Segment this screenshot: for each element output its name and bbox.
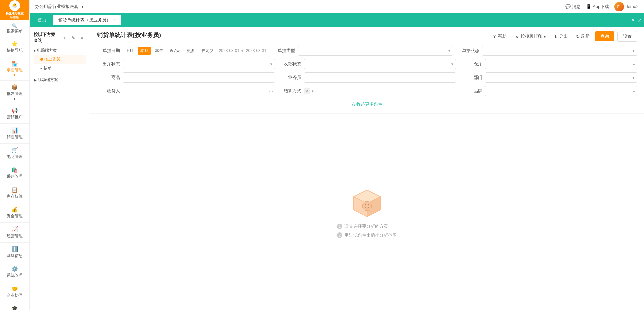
message-btn[interactable]: 💬 消息	[565, 4, 581, 10]
stock-status-select[interactable]	[123, 59, 275, 69]
sidebar-item-sales[interactable]: 📊 销售管理	[0, 124, 30, 144]
finance-label: 资金管理	[7, 213, 23, 219]
inventory-label: 库存核算	[7, 194, 23, 199]
hint1-text: 请先选择要分析的方案	[344, 223, 388, 229]
newbie-icon: 🎓	[11, 305, 18, 310]
left-panel: 按以下方案查询 + ✎ « ▾	[30, 27, 90, 310]
warehouse-control: ···	[485, 59, 637, 69]
date-btn-custom[interactable]: 自定义	[199, 47, 216, 55]
sidebar-item-purchase[interactable]: 🛍️ 采购管理	[0, 163, 30, 183]
tab-home[interactable]: 首页	[32, 15, 52, 25]
empty-hint-2: 2 用过滤条件来缩小分析范围	[337, 232, 397, 238]
brand-input[interactable]	[485, 86, 637, 96]
settings-label: 设置	[623, 33, 632, 39]
sidebar-item-wholesale[interactable]: 📦 批发管理 ▴	[0, 81, 30, 104]
purchase-icon: 🛍️	[11, 167, 18, 173]
tab-active-label: 销货单统计表（按业务员）	[58, 17, 111, 23]
collapse-panel-btn[interactable]: «	[78, 34, 86, 41]
salesperson-input[interactable]	[304, 72, 456, 83]
order-icon: ≡	[40, 66, 42, 70]
edit-plan-btn[interactable]: ✎	[69, 34, 77, 41]
sidebar-item-basic-info[interactable]: ℹ️ 基础信息	[0, 243, 30, 262]
date-shortcuts: 上月 本月 本年 近7天 更多 自定义	[123, 47, 216, 55]
doc-status-select[interactable]	[482, 46, 637, 56]
left-panel-icons: + ✎ «	[61, 34, 86, 41]
mobile-plan-group-title[interactable]: ▶ 移动端方案	[34, 75, 86, 84]
goods-control: ···	[123, 72, 275, 83]
top-right-actions: 💬 消息 📱 App下载 Ea demo2	[565, 2, 639, 11]
department-select[interactable]	[485, 72, 637, 83]
settings-btn[interactable]: 设置	[617, 31, 637, 42]
sidebar-item-retail[interactable]: 🏪 零售管理 ▾	[0, 57, 30, 81]
goods-input[interactable]	[123, 72, 275, 83]
sidebar-item-system[interactable]: ⚙️ 系统管理	[0, 262, 30, 282]
mobile-plan-group: ▶ 移动端方案	[30, 75, 90, 84]
breadcrumb-arrow[interactable]: ▾	[81, 4, 84, 9]
recipient-label: 收货人	[97, 88, 120, 94]
payment-method-tag-close[interactable]: ×	[306, 89, 308, 93]
doc-type-select[interactable]	[298, 46, 453, 56]
sidebar-item-operations[interactable]: 📈 经营管理	[0, 223, 30, 243]
search-menu-item[interactable]: 🔍 搜索菜单	[0, 20, 30, 37]
filter-row-2: 出库状态 ▾ 收款状态 ▾ 仓库 ···	[97, 59, 637, 69]
refresh-btn[interactable]: ↻ 刷新	[573, 32, 592, 41]
goods-dots[interactable]: ···	[269, 75, 273, 80]
basic-info-icon: ℹ️	[11, 246, 18, 252]
brand-dots[interactable]: ···	[631, 88, 635, 94]
warehouse-dots[interactable]: ···	[631, 61, 635, 67]
date-btn-more[interactable]: 更多	[184, 47, 198, 55]
pc-plan-group-title[interactable]: ▾ 电脑端方案	[34, 46, 86, 55]
marketing-icon: 📢	[11, 107, 18, 114]
payment-status-select[interactable]	[304, 59, 456, 69]
date-btn-this-month[interactable]: 本月	[138, 47, 151, 55]
tab-home-label: 首页	[38, 17, 46, 23]
app-name: 畅捷通好生意	[6, 12, 24, 15]
tab-active-report[interactable]: 销货单统计表（按业务员） ×	[53, 15, 121, 25]
goods-label: 商品	[97, 74, 120, 81]
sidebar-item-ecommerce[interactable]: 🛒 电商管理	[0, 144, 30, 163]
salesperson-dots[interactable]: ···	[450, 75, 454, 80]
payment-method-label: 结算方式	[278, 88, 301, 94]
date-btn-this-year[interactable]: 本年	[152, 47, 166, 55]
operations-icon: 📈	[11, 226, 18, 232]
recipient-dots[interactable]: ···	[269, 88, 273, 94]
sidebar-item-newbie[interactable]: 🎓 新手引导	[0, 302, 30, 310]
print-btn[interactable]: 🖨 按模板打印 ▾	[512, 32, 549, 41]
sidebar-item-finance[interactable]: 💰 资金管理	[0, 203, 30, 223]
app-download-btn[interactable]: 📱 App下载	[586, 4, 609, 10]
logo-icon: 🐣	[9, 0, 20, 11]
sidebar-item-inventory[interactable]: 📋 库存核算	[0, 183, 30, 203]
app-download-icon: 📱	[586, 4, 591, 9]
hint2-text: 用过滤条件来缩小分析范围	[344, 232, 397, 238]
sidebar: 🐣 畅捷通好生意 标准版 🔍 搜索菜单 ⭐ 快捷导航 🏪 零售管理 ▾ 📦 批发…	[0, 0, 30, 310]
close-all-icon[interactable]: ✕	[631, 18, 635, 23]
add-plan-btn[interactable]: +	[61, 34, 68, 41]
plan-order-label: 按单	[44, 65, 52, 71]
warehouse-label: 仓库	[459, 61, 482, 67]
help-btn[interactable]: ？ 帮助	[490, 32, 509, 41]
page-title: 销货单统计表(按业务员)	[97, 31, 161, 39]
export-btn[interactable]: ⬇ 导出	[551, 32, 571, 41]
maximize-icon[interactable]: ⤢	[638, 18, 641, 23]
warehouse-input[interactable]	[485, 59, 637, 69]
help-icon: ？	[492, 33, 497, 39]
date-btn-7days[interactable]: 近7天	[167, 47, 183, 55]
page-content: 按以下方案查询 + ✎ « ▾	[30, 27, 644, 310]
plan-item-by-salesperson[interactable]: 按业务员	[34, 55, 86, 64]
sidebar-item-corp-collab[interactable]: 🤝 企业协同	[0, 282, 30, 302]
ecommerce-label: 电商管理	[7, 154, 23, 160]
collapse-more-btn[interactable]: ⋀ 收起更多条件	[97, 99, 637, 109]
salesperson-control: ···	[304, 72, 456, 83]
system-icon: ⚙️	[11, 266, 18, 272]
edit-icon: ✎	[71, 35, 75, 40]
recipient-input[interactable]	[123, 86, 275, 96]
sidebar-item-quick-nav[interactable]: ⭐ 快捷导航	[0, 37, 30, 57]
sidebar-item-marketing[interactable]: 📢 营销推广	[0, 104, 30, 124]
tab-close-btn[interactable]: ×	[113, 18, 116, 22]
user-profile-btn[interactable]: Ea demo2	[614, 2, 639, 11]
query-btn[interactable]: 查询	[595, 31, 614, 41]
plan-item-by-order[interactable]: ≡ 按单	[34, 64, 86, 73]
payment-method-control: × ▾	[304, 88, 456, 94]
date-btn-last-month[interactable]: 上月	[123, 47, 136, 55]
svg-point-7	[368, 204, 369, 205]
